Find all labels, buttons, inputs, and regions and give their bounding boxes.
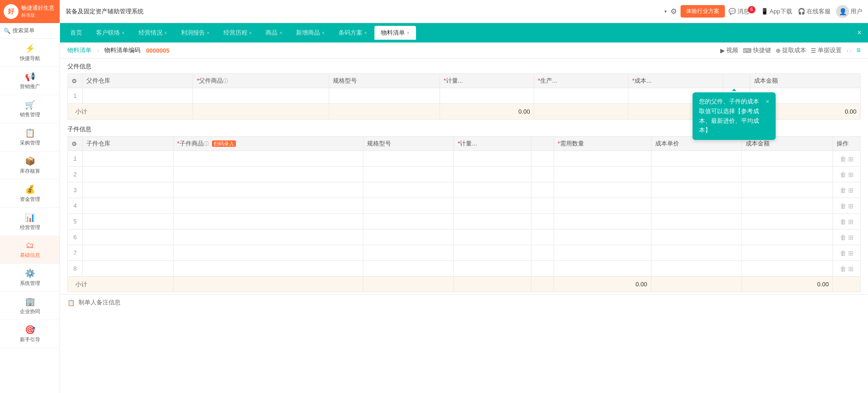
copy-icon-row4[interactable]: ⊞ — [848, 202, 854, 210]
sidebar-item-guide[interactable]: 🎯 新手引导 — [0, 320, 60, 348]
child-row-5-unit-price[interactable] — [651, 214, 742, 230]
tab-customer-close[interactable]: × — [122, 30, 125, 36]
parent-row-1-production[interactable] — [534, 88, 628, 104]
child-row-7-unit-price[interactable] — [651, 245, 742, 261]
tab-new-goods[interactable]: 新增商品 × — [289, 26, 331, 40]
delete-icon-row4[interactable]: 🗑 — [840, 202, 846, 210]
list-view-button[interactable]: ≡ — [856, 46, 861, 54]
prev-arrow[interactable]: ‹ — [846, 47, 849, 54]
tab-barcode[interactable]: 条码方案 × — [332, 26, 374, 40]
child-row-3-unit[interactable] — [454, 182, 531, 198]
child-row-3-product[interactable] — [173, 182, 363, 198]
sidebar-item-operations[interactable]: 📊 经营管理 — [0, 208, 60, 236]
child-row-4-spec[interactable] — [363, 198, 454, 214]
tab-bom[interactable]: 物料清单 × — [374, 26, 416, 40]
child-row-2-unit-price[interactable] — [651, 167, 742, 182]
child-row-7-product[interactable] — [173, 245, 363, 261]
child-row-2-unit[interactable] — [454, 167, 531, 182]
delete-icon-row3[interactable]: 🗑 — [840, 187, 846, 194]
child-row-4-warehouse[interactable] — [83, 198, 174, 214]
sidebar-search[interactable]: 🔍 搜索菜单 — [0, 23, 60, 39]
child-row-6-qty[interactable] — [554, 230, 651, 245]
tab-bom-close[interactable]: × — [407, 30, 410, 36]
extract-cost-button[interactable]: ⊕ 提取成本 — [776, 46, 806, 54]
message-button[interactable]: 💬 消息 6 — [729, 7, 755, 16]
next-arrow[interactable]: › — [850, 47, 852, 54]
sidebar-item-purchase[interactable]: 📋 采购管理 — [0, 123, 60, 151]
sidebar-item-quick-nav[interactable]: ⚡ 快捷导航 — [0, 39, 60, 67]
tab-goods[interactable]: 商品 × — [259, 26, 289, 40]
child-row-8-spec[interactable] — [363, 261, 454, 277]
view-video-button[interactable]: ▶ 视频 — [720, 46, 738, 54]
child-row-7-unit[interactable] — [454, 245, 531, 261]
child-row-6-product[interactable] — [173, 230, 363, 245]
delete-icon-row8[interactable]: 🗑 — [840, 265, 846, 272]
copy-icon-row1[interactable]: ⊞ — [848, 155, 854, 163]
child-row-1-qty[interactable] — [554, 151, 651, 167]
child-row-6-warehouse[interactable] — [83, 230, 174, 245]
parent-row-1-unit[interactable] — [440, 88, 534, 104]
settings-icon[interactable]: ⚙ — [670, 7, 677, 16]
child-row-5-spec[interactable] — [363, 214, 454, 230]
child-row-3-unit-price[interactable] — [651, 182, 742, 198]
child-row-5-warehouse[interactable] — [83, 214, 174, 230]
copy-icon-row2[interactable]: ⊞ — [848, 171, 854, 178]
child-col-settings[interactable]: ⚙ — [68, 137, 83, 151]
copy-icon-row7[interactable]: ⊞ — [848, 249, 854, 257]
child-row-4-product[interactable] — [173, 198, 363, 214]
child-row-3-qty[interactable] — [554, 182, 651, 198]
tab-home[interactable]: 首页 — [64, 26, 89, 40]
child-row-6-unit[interactable] — [454, 230, 531, 245]
child-row-5-qty[interactable] — [554, 214, 651, 230]
sidebar-item-basic-info[interactable]: 🗂 基础信息 — [0, 236, 60, 264]
parent-row-1-warehouse[interactable] — [83, 88, 193, 104]
copy-icon-row8[interactable]: ⊞ — [848, 265, 854, 272]
tab-history[interactable]: 经营历程 × — [217, 26, 259, 40]
child-row-8-qty[interactable] — [554, 261, 651, 277]
tab-history-close[interactable]: × — [249, 30, 252, 36]
child-row-7-qty[interactable] — [554, 245, 651, 261]
child-row-4-qty[interactable] — [554, 198, 651, 214]
parent-col-settings[interactable]: ⚙ — [68, 74, 83, 88]
sidebar-item-finance[interactable]: 💰 资金管理 — [0, 180, 60, 208]
sidebar-item-system[interactable]: ⚙️ 系统管理 — [0, 264, 60, 292]
copy-icon-row6[interactable]: ⊞ — [848, 234, 854, 241]
breadcrumb-parent[interactable]: 物料清单 — [67, 46, 91, 54]
child-row-1-warehouse[interactable] — [83, 151, 174, 167]
child-row-4-unit-price[interactable] — [651, 198, 742, 214]
child-row-5-product[interactable] — [173, 214, 363, 230]
tab-new-goods-close[interactable]: × — [322, 30, 325, 36]
child-row-2-warehouse[interactable] — [83, 167, 174, 182]
child-row-7-spec[interactable] — [363, 245, 454, 261]
parent-row-1-spec[interactable] — [329, 88, 440, 104]
child-row-1-product[interactable] — [173, 151, 363, 167]
child-row-2-qty[interactable] — [554, 167, 651, 182]
delete-icon-row1[interactable]: 🗑 — [840, 155, 846, 163]
child-row-3-warehouse[interactable] — [83, 182, 174, 198]
tab-operations-close[interactable]: × — [164, 30, 167, 36]
sidebar-item-marketing[interactable]: 📢 营销推广 — [0, 67, 60, 95]
tab-customer[interactable]: 客户联络 × — [90, 26, 131, 40]
try-button[interactable]: 体验行业方案 — [681, 5, 725, 18]
close-all-tabs[interactable]: × — [855, 29, 864, 37]
child-row-2-spec[interactable] — [363, 167, 454, 182]
scan-badge[interactable]: 扫码录入 — [212, 140, 236, 147]
tab-barcode-close[interactable]: × — [364, 30, 367, 36]
sidebar-item-inventory[interactable]: 📦 库存核算 — [0, 151, 60, 180]
child-row-8-warehouse[interactable] — [83, 261, 174, 277]
delete-icon-row2[interactable]: 🗑 — [840, 171, 846, 178]
child-row-7-warehouse[interactable] — [83, 245, 174, 261]
tab-profit[interactable]: 利润报告 × — [175, 26, 216, 40]
child-row-1-unit[interactable] — [454, 151, 531, 167]
sidebar-item-enterprise[interactable]: 🏢 企业协同 — [0, 292, 60, 320]
child-row-5-unit[interactable] — [454, 214, 531, 230]
child-row-1-spec[interactable] — [363, 151, 454, 167]
online-service-button[interactable]: 🎧 在线客服 — [798, 7, 831, 16]
tab-profit-close[interactable]: × — [207, 30, 210, 36]
child-row-1-unit-price[interactable] — [651, 151, 742, 167]
app-download-button[interactable]: 📱 App下载 — [761, 7, 792, 16]
child-row-6-spec[interactable] — [363, 230, 454, 245]
single-setting-button[interactable]: ☰ 单据设置 — [811, 46, 842, 54]
parent-row-1-product[interactable] — [193, 88, 329, 104]
child-row-8-unit-price[interactable] — [651, 261, 742, 277]
